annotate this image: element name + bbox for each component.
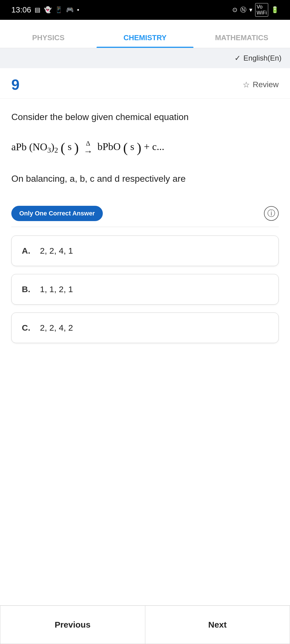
previous-button[interactable]: Previous <box>0 606 145 644</box>
status-bar: 13:06 ▤ 👻 📱 🎮 • ⊙ Ⓝ ▾ VoWiFi 🔋 <box>0 0 290 20</box>
status-time: 13:06 <box>11 5 31 14</box>
tab-bar: PHYSICS CHEMISTRY MATHEMATICS <box>0 20 290 48</box>
question-text: Consider the below given chemical equati… <box>11 110 279 124</box>
status-icon-clock: ⊙ <box>232 6 237 14</box>
language-bar: ✓ English(En) <box>0 48 290 68</box>
question-content: Consider the below given chemical equati… <box>0 99 290 206</box>
option-a-label: A. <box>22 246 33 256</box>
review-button[interactable]: ☆ Review <box>243 80 279 89</box>
checkmark-icon: ✓ <box>234 54 241 63</box>
language-selector[interactable]: ✓ English(En) <box>234 54 282 63</box>
status-left: 13:06 ▤ 👻 📱 🎮 • <box>11 5 79 14</box>
option-b-value: 1, 1, 2, 1 <box>40 284 73 294</box>
options-list: A. 2, 2, 4, 1 B. 1, 1, 2, 1 C. 2, 2, 4, … <box>0 227 290 352</box>
status-icon-battery: 🔋 <box>271 6 279 14</box>
tab-chemistry[interactable]: CHEMISTRY <box>97 33 193 48</box>
option-b-label: B. <box>22 284 33 294</box>
option-c-label: C. <box>22 323 33 333</box>
option-a-value: 2, 2, 4, 1 <box>40 246 73 256</box>
status-icon-doc: ▤ <box>35 6 40 14</box>
status-icon-wa: 📱 <box>55 6 63 14</box>
tab-mathematics[interactable]: MATHEMATICS <box>193 33 290 48</box>
question-number: 9 <box>11 76 20 93</box>
status-icon-signal: ▾ <box>249 6 252 14</box>
info-button[interactable]: ⓘ <box>264 206 279 221</box>
balancing-text: On balancing, a, b, c and d respectively… <box>11 172 279 186</box>
status-icon-n: Ⓝ <box>240 6 246 14</box>
chemical-equation: aPb (NO3)2 ( s ) Δ → bPbO ( s ) + c... <box>11 136 279 160</box>
nav-buttons: Previous Next <box>0 605 290 644</box>
star-icon: ☆ <box>243 80 250 89</box>
option-c[interactable]: C. 2, 2, 4, 2 <box>11 313 279 343</box>
review-label: Review <box>253 80 279 89</box>
status-icon-game: 🎮 <box>66 6 74 14</box>
question-header: 9 ☆ Review <box>0 68 290 99</box>
language-label: English(En) <box>244 54 282 63</box>
tab-physics[interactable]: PHYSICS <box>0 33 97 48</box>
option-b[interactable]: B. 1, 1, 2, 1 <box>11 274 279 305</box>
option-a[interactable]: A. 2, 2, 4, 1 <box>11 236 279 266</box>
status-right: ⊙ Ⓝ ▾ VoWiFi 🔋 <box>232 3 279 17</box>
option-c-value: 2, 2, 4, 2 <box>40 323 73 333</box>
answer-type-badge: Only One Correct Answer <box>11 206 103 221</box>
next-button[interactable]: Next <box>145 606 290 644</box>
info-icon: ⓘ <box>267 208 275 219</box>
status-icon-dot: • <box>77 6 79 14</box>
answer-type-row: Only One Correct Answer ⓘ <box>0 206 290 227</box>
status-icon-snap: 👻 <box>44 6 52 14</box>
status-icon-wifi: VoWiFi <box>255 3 268 17</box>
